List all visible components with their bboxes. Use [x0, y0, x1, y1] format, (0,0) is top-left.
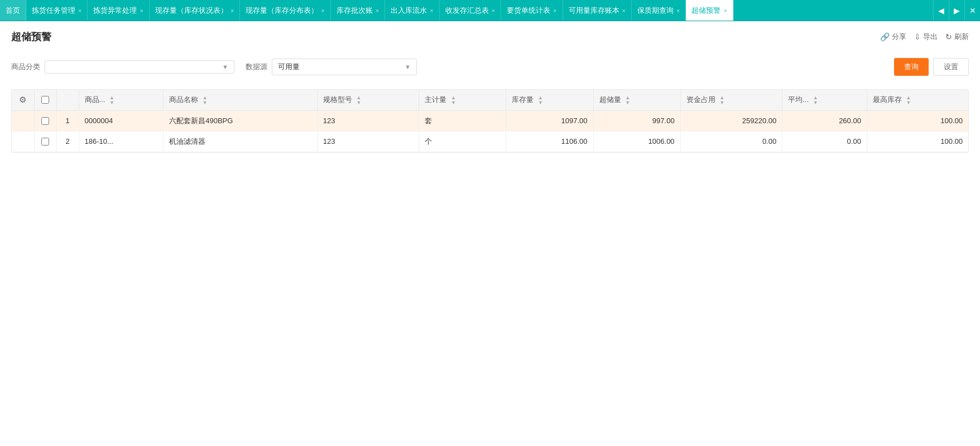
nav-item-label: 出入库流水 — [391, 6, 427, 16]
td-avg: 260.00 — [782, 110, 867, 131]
td-product-name: 六配套新昌490BPG — [164, 110, 318, 131]
nav-close-icon[interactable]: × — [676, 7, 680, 14]
th-product-name: 商品名称 ▲▼ — [164, 90, 318, 110]
th-overstock-label: 超储量 — [599, 95, 621, 104]
nav-close-all-btn[interactable]: ✕ — [964, 0, 980, 21]
nav-close-icon[interactable]: × — [376, 7, 379, 14]
nav-home[interactable]: 首页 — [0, 0, 26, 21]
td-checkbox — [34, 110, 56, 131]
nav-item-label: 超储预警 — [691, 6, 720, 16]
share-icon: 🔗 — [880, 32, 890, 41]
nav-close-icon[interactable]: × — [430, 7, 433, 14]
th-unit-label: 主计量 — [425, 95, 446, 104]
sort-product-name-icon[interactable]: ▲▼ — [203, 95, 208, 105]
filter-actions: 查询 设置 — [894, 58, 969, 76]
nav-item-task-mgmt[interactable]: 拣货任务管理 × — [26, 0, 88, 21]
sort-avg-icon[interactable]: ▲▼ — [813, 95, 818, 105]
nav-item-label: 要货单统计表 — [507, 6, 550, 16]
nav-arrows: ◀ ▶ ✕ — [933, 0, 980, 21]
td-gear — [12, 131, 34, 152]
nav-item-abnormal[interactable]: 拣货异常处理 × — [88, 0, 149, 21]
th-avg: 平均... ▲▼ — [782, 90, 867, 110]
select-all-checkbox[interactable] — [41, 96, 49, 104]
datasource-chevron-icon: ▼ — [405, 64, 411, 70]
sort-spec-icon[interactable]: ▲▼ — [356, 95, 361, 105]
th-stock-label: 库存量 — [512, 95, 534, 104]
settings-btn[interactable]: 设置 — [933, 58, 969, 76]
nav-close-icon[interactable]: × — [553, 7, 556, 14]
share-label: 分享 — [892, 32, 906, 42]
nav-item-inout-flow[interactable]: 出入库流水 × — [385, 0, 439, 21]
filter-bar: 商品分类 ▼ 数据源 可用量 ▼ 查询 设置 — [11, 52, 969, 81]
datasource-label: 数据源 — [246, 62, 267, 72]
th-checkbox — [34, 90, 56, 110]
nav-item-inventory-status[interactable]: 现存量（库存状况表） × — [150, 0, 240, 21]
th-num — [56, 90, 79, 110]
nav-close-icon[interactable]: × — [492, 7, 495, 14]
nav-item-label: 拣货任务管理 — [32, 6, 75, 16]
export-btn[interactable]: ⇩ 导出 — [914, 32, 938, 42]
export-icon: ⇩ — [914, 32, 921, 41]
category-chevron-icon: ▼ — [222, 64, 228, 70]
table-row: 10000004六配套新昌490BPG123套1097.00997.002592… — [12, 110, 968, 131]
row-checkbox[interactable] — [41, 117, 49, 125]
td-overstock: 1006.00 — [593, 131, 680, 152]
td-unit: 个 — [419, 131, 506, 152]
nav-item-available-account[interactable]: 可用量库存账本 × — [563, 0, 632, 21]
nav-prev-btn[interactable]: ◀ — [933, 0, 949, 21]
table-header-row: ⚙ 商品... ▲▼ 商品名称 ▲▼ — [12, 90, 968, 110]
td-max-stock: 100.00 — [867, 110, 968, 131]
datasource-select[interactable]: 可用量 ▼ — [272, 59, 417, 75]
category-select[interactable]: ▼ — [45, 60, 234, 74]
td-row-num: 1 — [56, 110, 79, 131]
nav-item-batch-account[interactable]: 库存批次账 × — [331, 0, 385, 21]
td-capital: 0.00 — [680, 131, 782, 152]
td-row-num: 2 — [56, 131, 79, 152]
nav-item-label: 可用量库存账本 — [569, 6, 619, 16]
sort-overstock-icon[interactable]: ▲▼ — [625, 95, 630, 105]
nav-close-icon[interactable]: × — [230, 7, 234, 14]
th-product-name-label: 商品名称 — [169, 95, 198, 104]
refresh-label: 刷新 — [954, 32, 969, 42]
home-label: 首页 — [6, 6, 20, 16]
sort-max-stock-icon[interactable]: ▲▼ — [906, 95, 911, 105]
nav-close-icon[interactable]: × — [78, 7, 81, 14]
th-spec: 规格型号 ▲▼ — [317, 90, 419, 110]
th-product-code-label: 商品... — [85, 95, 105, 104]
nav-item-collect-summary[interactable]: 收发存汇总表 × — [440, 0, 501, 21]
top-nav: 首页 拣货任务管理 ×拣货异常处理 ×现存量（库存状况表） ×现存量（库存分布表… — [0, 0, 980, 21]
nav-item-overstock[interactable]: 超储预警 × — [686, 0, 733, 21]
td-stock: 1097.00 — [506, 110, 593, 131]
nav-item-inventory-dist[interactable]: 现存量（库存分布表） × — [240, 0, 330, 21]
nav-item-shelf-life[interactable]: 保质期查询 × — [632, 0, 686, 21]
nav-item-label: 现存量（库存状况表） — [155, 6, 228, 16]
share-btn[interactable]: 🔗 分享 — [880, 32, 906, 42]
column-settings-icon[interactable]: ⚙ — [19, 95, 26, 104]
table-body: 10000004六配套新昌490BPG123套1097.00997.002592… — [12, 110, 968, 152]
sort-unit-icon[interactable]: ▲▼ — [451, 95, 456, 105]
nav-close-icon[interactable]: × — [723, 7, 727, 14]
nav-next-btn[interactable]: ▶ — [949, 0, 964, 21]
nav-item-order-stats[interactable]: 要货单统计表 × — [501, 0, 563, 21]
td-capital: 259220.00 — [680, 110, 782, 131]
td-product-name: 机油滤清器 — [164, 131, 318, 152]
th-max-stock: 最高库存 ▲▼ — [867, 90, 968, 110]
row-checkbox[interactable] — [41, 138, 49, 146]
refresh-btn[interactable]: ↻ 刷新 — [945, 32, 969, 42]
nav-close-icon[interactable]: × — [622, 7, 626, 14]
header-actions: 🔗 分享 ⇩ 导出 ↻ 刷新 — [880, 32, 969, 42]
td-checkbox — [34, 131, 56, 152]
nav-close-icon[interactable]: × — [321, 7, 324, 14]
sort-stock-icon[interactable]: ▲▼ — [538, 95, 543, 105]
td-max-stock: 100.00 — [867, 131, 968, 152]
sort-product-code-icon[interactable]: ▲▼ — [109, 95, 114, 105]
nav-close-icon[interactable]: × — [140, 7, 143, 14]
query-btn[interactable]: 查询 — [894, 58, 929, 76]
category-filter: 商品分类 ▼ — [11, 60, 234, 74]
td-overstock: 997.00 — [593, 110, 680, 131]
th-max-stock-label: 最高库存 — [873, 95, 902, 104]
sort-capital-icon[interactable]: ▲▼ — [719, 95, 724, 105]
nav-item-label: 现存量（库存分布表） — [246, 6, 318, 16]
td-avg: 0.00 — [782, 131, 867, 152]
th-unit: 主计量 ▲▼ — [419, 90, 506, 110]
